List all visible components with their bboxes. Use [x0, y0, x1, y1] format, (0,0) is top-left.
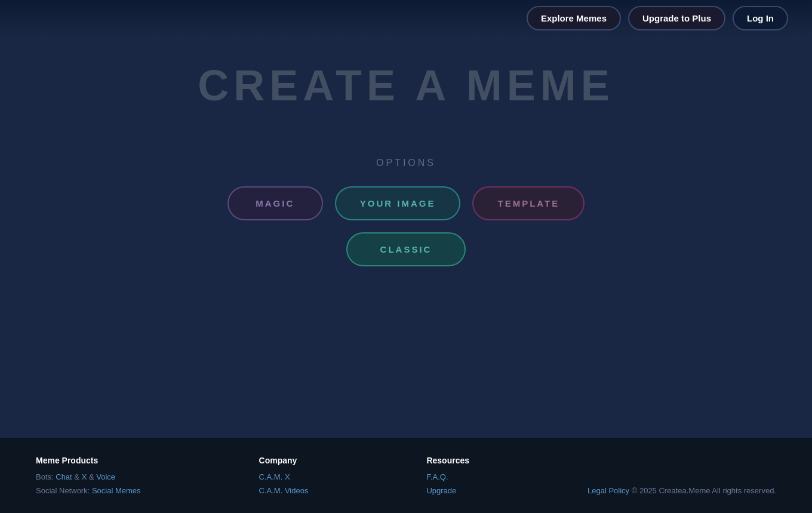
- cam-x-link[interactable]: C.A.M. X: [259, 472, 309, 481]
- bots-label: Bots:: [36, 472, 56, 481]
- amp1: &: [72, 472, 82, 481]
- footer-bots-row: Bots: Chat & X & Voice: [36, 472, 141, 481]
- social-memes-link[interactable]: Social Memes: [92, 486, 141, 495]
- footer-products-title: Meme Products: [36, 456, 141, 465]
- header: Explore Memes Upgrade to Plus Log In: [0, 0, 812, 37]
- amp2: &: [87, 472, 96, 481]
- your-image-button[interactable]: YOUR IMAGE: [335, 186, 461, 220]
- footer-column-products: Meme Products Bots: Chat & X & Voice Soc…: [36, 456, 141, 495]
- footer-copyright: Legal Policy © 2025 Createa.Meme All rig…: [588, 486, 776, 495]
- footer-social-row: Social Network: Social Memes: [36, 486, 141, 495]
- main-content: CREATE A MEME OPTIONS MAGIC YOUR IMAGE T…: [0, 37, 812, 438]
- social-label: Social Network:: [36, 486, 92, 495]
- magic-button[interactable]: MAGIC: [227, 186, 323, 220]
- footer: Meme Products Bots: Chat & X & Voice Soc…: [0, 438, 812, 513]
- faq-link[interactable]: F.A.Q.: [426, 472, 469, 481]
- x-link[interactable]: X: [82, 472, 87, 481]
- options-row-1: MAGIC YOUR IMAGE TEMPLATE: [227, 186, 585, 220]
- page-title: CREATE A MEME: [198, 61, 614, 110]
- legal-policy-link[interactable]: Legal Policy: [588, 486, 629, 495]
- footer-column-resources: Resources F.A.Q. Upgrade: [426, 456, 469, 495]
- copyright-text: © 2025 Createa.Meme All rights reserved.: [629, 486, 776, 495]
- cam-videos-link[interactable]: C.A.M. Videos: [259, 486, 309, 495]
- template-button[interactable]: TEMPLATE: [472, 186, 585, 220]
- classic-button[interactable]: CLASSIC: [346, 232, 466, 266]
- options-label: OPTIONS: [376, 158, 436, 168]
- chat-link[interactable]: Chat: [56, 472, 72, 481]
- login-button[interactable]: Log In: [733, 6, 788, 30]
- explore-memes-button[interactable]: Explore Memes: [527, 6, 621, 30]
- footer-company-title: Company: [259, 456, 309, 465]
- footer-resources-title: Resources: [426, 456, 469, 465]
- voice-link[interactable]: Voice: [96, 472, 115, 481]
- options-row-2: CLASSIC: [346, 232, 466, 266]
- upgrade-link[interactable]: Upgrade: [426, 486, 469, 495]
- upgrade-button[interactable]: Upgrade to Plus: [628, 6, 725, 30]
- footer-column-company: Company C.A.M. X C.A.M. Videos: [259, 456, 309, 495]
